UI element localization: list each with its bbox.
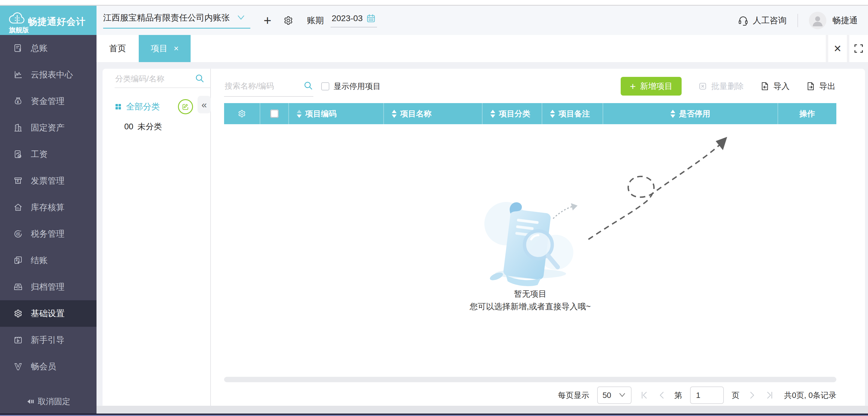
sidebar-item-label: 畅会员 xyxy=(31,361,56,372)
sidebar-item-label: 结账 xyxy=(31,255,48,266)
category-search-input[interactable] xyxy=(115,74,182,84)
closing-icon: ¥ xyxy=(13,256,23,265)
svg-text:¥: ¥ xyxy=(17,179,19,183)
svg-text:¥: ¥ xyxy=(19,47,21,52)
per-page-value: 50 xyxy=(602,391,611,400)
show-disabled-checkbox-row[interactable]: 显示停用项目 xyxy=(321,81,381,92)
grid-icon xyxy=(115,104,121,110)
tab-home[interactable]: 首页 xyxy=(96,35,139,62)
prev-page-button[interactable] xyxy=(657,390,666,400)
close-tab-icon[interactable]: × xyxy=(174,44,179,53)
tree-node-uncategorized[interactable]: 00 未分类 xyxy=(124,121,162,133)
archive-icon xyxy=(13,282,23,292)
sidebar-item-archive[interactable]: 归档管理 xyxy=(0,274,96,300)
window-edge-accent xyxy=(0,415,868,416)
plus-icon: + xyxy=(630,81,636,91)
app-window: 畅捷通好会计 旗舰版 ¥ 总账 云报表中心 ¥ 资金管理 固定资产 ¥ 工资 ¥… xyxy=(0,0,868,416)
settings-gear-icon[interactable] xyxy=(283,15,294,26)
add-account-button[interactable]: + xyxy=(264,14,272,27)
gear-icon xyxy=(237,109,246,118)
warehouse-icon xyxy=(13,202,23,212)
show-disabled-label: 显示停用项目 xyxy=(334,81,381,92)
headset-icon xyxy=(738,15,749,26)
sidebar-item-invoices[interactable]: ¥ 发票管理 xyxy=(0,168,96,194)
sidebar-item-payroll[interactable]: ¥ 工资 xyxy=(0,141,96,168)
close-button[interactable]: × xyxy=(826,35,847,62)
sidebar-item-membership[interactable]: 畅会员 xyxy=(0,353,96,380)
company-name: 江西服宝精品有限责任公司内账张 xyxy=(103,12,230,24)
period-label: 账期 xyxy=(307,15,324,26)
sidebar-item-cloud-reports[interactable]: 云报表中心 xyxy=(0,62,96,88)
next-page-button[interactable] xyxy=(747,390,757,400)
sidebar-item-label: 资金管理 xyxy=(31,96,65,107)
sidebar-item-tax[interactable]: 税 税务管理 xyxy=(0,221,96,247)
col-project-remark[interactable]: 项目备注 xyxy=(542,103,603,124)
sidebar-item-label: 基础设置 xyxy=(31,308,65,319)
sort-icons[interactable] xyxy=(490,110,495,118)
col-actions: 操作 xyxy=(778,103,836,124)
import-button[interactable]: 导入 xyxy=(760,81,789,92)
avatar[interactable] xyxy=(809,12,826,29)
col-project-category[interactable]: 项目分类 xyxy=(483,103,542,124)
sidebar-item-inventory[interactable]: 库存核算 xyxy=(0,194,96,221)
app-logo: 畅捷通好会计 旗舰版 xyxy=(0,6,96,35)
sidebar-item-label: 云报表中心 xyxy=(31,69,73,81)
svg-text:¥: ¥ xyxy=(17,99,19,104)
sidebar-item-general-ledger[interactable]: ¥ 总账 xyxy=(0,35,96,62)
project-search-input[interactable] xyxy=(224,81,298,91)
main-card: 全部分类 « 00 未分类 显示停用项目 xyxy=(102,69,865,406)
tree-root-label[interactable]: 全部分类 xyxy=(126,101,160,113)
sidebar-item-label: 归档管理 xyxy=(31,281,65,293)
col-is-disabled[interactable]: 是否停用 xyxy=(603,103,778,124)
sidebar-item-settings[interactable]: 基础设置 xyxy=(0,300,96,327)
add-project-button[interactable]: + 新增项目 xyxy=(621,77,682,96)
sort-icons[interactable] xyxy=(550,110,555,118)
empty-subtitle: 您可以选择新增,或者直接导入哦~ xyxy=(224,300,836,313)
company-selector[interactable]: 江西服宝精品有限责任公司内账张 xyxy=(103,12,250,29)
sidebar-item-funds[interactable]: ¥ 资金管理 xyxy=(0,88,96,115)
export-button[interactable]: 导出 xyxy=(806,81,835,92)
sidebar-item-fixed-assets[interactable]: 固定资产 xyxy=(0,115,96,141)
sidebar-item-label: 税务管理 xyxy=(31,228,65,239)
tree-root-row[interactable]: 全部分类 xyxy=(115,98,193,116)
period-picker[interactable]: 2023-03 xyxy=(331,13,377,27)
first-page-button[interactable] xyxy=(640,390,649,400)
divider xyxy=(115,88,210,88)
video-guide-icon xyxy=(13,335,23,345)
per-page-label: 每页显示 xyxy=(558,390,589,401)
sidebar-item-closing[interactable]: ¥ 结账 xyxy=(0,247,96,274)
sort-icons[interactable] xyxy=(297,110,302,118)
import-icon xyxy=(760,82,770,91)
collapse-panel-button[interactable]: « xyxy=(197,96,211,113)
export-icon xyxy=(806,82,815,91)
sidebar-item-guide[interactable]: 新手引导 xyxy=(0,327,96,353)
toolbar: 显示停用项目 + 新增项目 批量删除 导入 xyxy=(224,74,835,98)
chevron-down-icon xyxy=(618,392,626,398)
col-project-code[interactable]: 项目编码 xyxy=(289,103,384,124)
col-project-name[interactable]: 项目名称 xyxy=(384,103,483,124)
sort-icons[interactable] xyxy=(671,110,675,118)
edit-categories-button[interactable] xyxy=(178,99,193,114)
bottom-strip xyxy=(96,406,868,414)
tab-projects[interactable]: 项目 × xyxy=(139,35,191,62)
report-chart-icon xyxy=(13,70,23,79)
unpin-sidebar-button[interactable]: 取消固定 xyxy=(0,396,96,407)
search-icon[interactable] xyxy=(303,81,313,91)
search-icon[interactable] xyxy=(194,73,205,84)
select-all-checkbox[interactable] xyxy=(260,103,289,124)
sort-icons[interactable] xyxy=(392,110,397,118)
chevron-down-icon xyxy=(237,14,246,21)
support-button[interactable]: 人工咨询 xyxy=(738,15,786,26)
money-bag-icon: ¥ xyxy=(13,96,23,106)
username: 畅捷通 xyxy=(832,15,858,26)
per-page-select[interactable]: 50 xyxy=(597,386,631,404)
last-page-button[interactable] xyxy=(765,390,775,400)
sidebar: ¥ 总账 云报表中心 ¥ 资金管理 固定资产 ¥ 工资 ¥ 发票管理 库存核算 … xyxy=(0,35,96,414)
checkbox[interactable] xyxy=(321,82,329,90)
column-settings-button[interactable] xyxy=(224,103,260,124)
page-number-input[interactable] xyxy=(690,386,724,404)
fullscreen-button[interactable] xyxy=(847,35,868,62)
horizontal-scrollbar[interactable] xyxy=(224,377,836,382)
batch-delete-button[interactable]: 批量删除 xyxy=(698,81,744,92)
table-header: 项目编码 项目名称 项目分类 项目备注 是否停用 xyxy=(224,103,836,124)
